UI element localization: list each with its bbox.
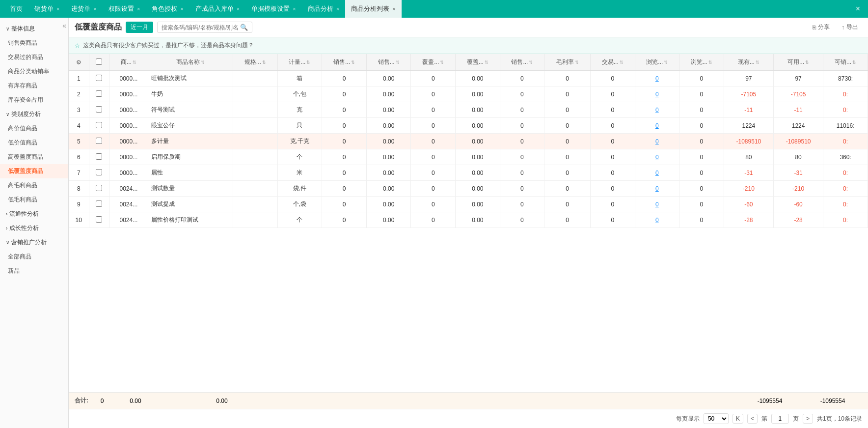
- row-checkbox[interactable]: [96, 169, 102, 175]
- share-button[interactable]: ⎘ 分享: [809, 22, 834, 33]
- browse-link[interactable]: 0: [655, 201, 659, 208]
- filter-period-button[interactable]: 近一月: [126, 22, 153, 33]
- col-available-stock[interactable]: 可用...⇅: [774, 54, 823, 71]
- cell-checkbox[interactable]: [89, 118, 109, 134]
- row-checkbox[interactable]: [96, 75, 102, 81]
- nav-tab-role[interactable]: 角色授权 ×: [146, 0, 189, 18]
- col-spec[interactable]: 规格...⇅: [233, 54, 278, 71]
- cell-browse1[interactable]: 0: [635, 118, 679, 134]
- close-icon[interactable]: ×: [180, 6, 183, 12]
- close-icon[interactable]: ×: [237, 6, 240, 12]
- col-settings[interactable]: ⚙: [69, 54, 89, 71]
- cell-checkbox[interactable]: [89, 149, 109, 165]
- cell-checkbox[interactable]: [89, 212, 109, 228]
- row-checkbox[interactable]: [96, 90, 102, 97]
- cell-browse1[interactable]: 0: [635, 134, 679, 149]
- row-checkbox[interactable]: [96, 106, 102, 113]
- col-coverage1[interactable]: 覆盖...⇅: [411, 54, 456, 71]
- cell-browse1[interactable]: 0: [635, 102, 679, 118]
- search-input[interactable]: [162, 24, 240, 31]
- browse-link[interactable]: 0: [655, 185, 659, 192]
- browse-link[interactable]: 0: [655, 122, 659, 129]
- col-checkbox[interactable]: [89, 54, 109, 71]
- col-sale-count[interactable]: 销售...⇅: [322, 54, 367, 71]
- nav-tab-home[interactable]: 首页: [4, 0, 28, 18]
- row-checkbox[interactable]: [96, 216, 102, 223]
- browse-link[interactable]: 0: [655, 170, 659, 176]
- cell-checkbox[interactable]: [89, 71, 109, 86]
- cell-checkbox[interactable]: [89, 181, 109, 197]
- nav-tab-permissions[interactable]: 权限设置 ×: [103, 0, 146, 18]
- first-page-button[interactable]: K: [732, 414, 743, 424]
- col-trade[interactable]: 交易...⇅: [590, 54, 635, 71]
- browse-link[interactable]: 0: [655, 75, 659, 82]
- close-icon[interactable]: ×: [93, 6, 96, 12]
- browse-link[interactable]: 0: [655, 154, 659, 161]
- cell-browse1[interactable]: 0: [635, 165, 679, 181]
- col-unit[interactable]: 计量...⇅: [277, 54, 322, 71]
- col-name[interactable]: 商品名称⇅: [148, 54, 233, 71]
- sidebar-item-sales-goods[interactable]: 销售类商品: [0, 36, 68, 50]
- browse-link[interactable]: 0: [655, 217, 659, 224]
- next-page-button[interactable]: >: [803, 414, 813, 424]
- nav-tab-analysis[interactable]: 商品分析 ×: [302, 0, 345, 18]
- col-browse1[interactable]: 浏览...⇅: [635, 54, 679, 71]
- cell-browse1[interactable]: 0: [635, 86, 679, 102]
- sidebar-item-low-margin[interactable]: 低毛利商品: [0, 193, 68, 207]
- nav-tab-sales[interactable]: 销货单 ×: [28, 0, 65, 18]
- export-button[interactable]: ↑ 导出: [838, 22, 862, 33]
- page-input[interactable]: [771, 414, 789, 424]
- col-saleable[interactable]: 可销...⇅: [823, 54, 868, 71]
- select-all-checkbox[interactable]: [96, 58, 102, 65]
- close-icon[interactable]: ×: [293, 6, 296, 12]
- page-size-select[interactable]: 50 100 200: [704, 413, 729, 424]
- row-checkbox[interactable]: [96, 200, 102, 207]
- col-current-stock[interactable]: 现有...⇅: [724, 54, 773, 71]
- col-browse2[interactable]: 浏览...⇅: [679, 54, 724, 71]
- sidebar-section-growth[interactable]: › 成长性分析: [0, 221, 68, 235]
- row-checkbox[interactable]: [96, 153, 102, 160]
- sidebar-item-high-value[interactable]: 高价值商品: [0, 121, 68, 136]
- sidebar-item-category-rate[interactable]: 商品分类动销率: [0, 64, 68, 79]
- sidebar-section-liquidity[interactable]: › 流通性分析: [0, 207, 68, 221]
- col-code[interactable]: 商...⇅: [109, 54, 148, 71]
- close-all-button[interactable]: ×: [852, 4, 864, 13]
- cell-browse1[interactable]: 0: [635, 212, 679, 228]
- cell-checkbox[interactable]: [89, 102, 109, 118]
- browse-link[interactable]: 0: [655, 138, 659, 145]
- row-checkbox[interactable]: [96, 185, 102, 191]
- nav-tab-analysis-list[interactable]: 商品分析列表 ×: [345, 0, 401, 18]
- sidebar-item-all-goods[interactable]: 全部商品: [0, 250, 68, 264]
- col-coverage2[interactable]: 覆盖...⇅: [456, 54, 500, 71]
- sidebar-item-low-coverage[interactable]: 低覆盖度商品: [0, 164, 68, 178]
- sidebar-item-traded-goods[interactable]: 交易过的商品: [0, 50, 68, 64]
- row-checkbox[interactable]: [96, 122, 102, 128]
- sidebar-collapse-button[interactable]: «: [62, 22, 66, 29]
- sidebar-item-stock-funds[interactable]: 库存资金占用: [0, 93, 68, 107]
- sidebar-item-stock-goods[interactable]: 有库存商品: [0, 79, 68, 93]
- close-icon[interactable]: ×: [137, 6, 140, 12]
- sidebar-item-high-coverage[interactable]: 高覆盖度商品: [0, 150, 68, 164]
- cell-browse1[interactable]: 0: [635, 181, 679, 197]
- cell-checkbox[interactable]: [89, 197, 109, 212]
- sidebar-section-marketing[interactable]: ∨ 营销推广分析: [0, 235, 68, 250]
- sidebar-item-low-value[interactable]: 低价值商品: [0, 136, 68, 150]
- search-icon[interactable]: 🔍: [240, 24, 248, 31]
- browse-link[interactable]: 0: [655, 91, 659, 98]
- nav-tab-purchase[interactable]: 进货单 ×: [65, 0, 102, 18]
- col-sale-amount[interactable]: 销售...⇅: [366, 54, 411, 71]
- close-icon[interactable]: ×: [392, 6, 395, 12]
- cell-checkbox[interactable]: [89, 86, 109, 102]
- col-gross-rate[interactable]: 毛利率⇅: [544, 54, 591, 71]
- nav-tab-product-inbound[interactable]: 产成品入库单 ×: [190, 0, 245, 18]
- cell-browse1[interactable]: 0: [635, 197, 679, 212]
- prev-page-button[interactable]: <: [747, 414, 758, 424]
- col-sale-qty[interactable]: 销售...⇅: [500, 54, 544, 71]
- sidebar-section-category[interactable]: ∨ 类别度分析: [0, 107, 68, 121]
- row-checkbox[interactable]: [96, 138, 102, 144]
- browse-link[interactable]: 0: [655, 107, 659, 114]
- cell-checkbox[interactable]: [89, 134, 109, 149]
- sidebar-item-new-goods[interactable]: 新品: [0, 264, 68, 278]
- sidebar-item-high-margin[interactable]: 高毛利商品: [0, 178, 68, 193]
- close-icon[interactable]: ×: [336, 6, 339, 12]
